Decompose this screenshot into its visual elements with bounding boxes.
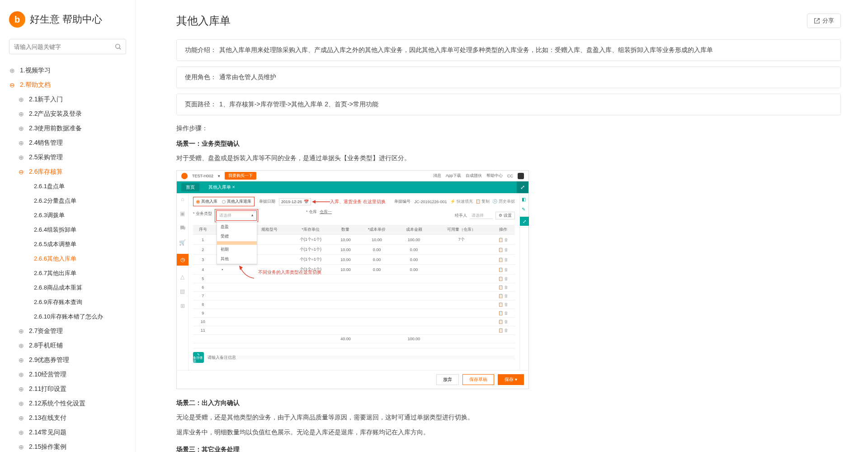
role-label: 使用角色： bbox=[185, 73, 217, 81]
plus-circle-icon: ⊕ bbox=[18, 125, 24, 132]
nav-item-label: 2.3使用前数据准备 bbox=[29, 124, 82, 133]
nav-item-label: 2.帮助文档 bbox=[20, 81, 51, 89]
plus-circle-icon: ⊕ bbox=[18, 400, 24, 407]
nav-item[interactable]: 2.6.1盘点单 bbox=[9, 179, 126, 194]
emb-draft-button: 保存草稿 bbox=[462, 374, 494, 385]
role-text: 通常由仓管人员维护 bbox=[219, 73, 276, 81]
nav-item-label: 2.12系统个性化设置 bbox=[29, 400, 85, 408]
nav-item[interactable]: 2.6.6其他入库单 bbox=[9, 252, 126, 266]
nav-item-label: 2.11打印设置 bbox=[29, 385, 66, 393]
emb-discard-button: 放弃 bbox=[436, 374, 459, 385]
scene3-title: 场景三：其它业务处理 bbox=[176, 446, 841, 452]
nav-item-label: 2.7资金管理 bbox=[29, 327, 63, 335]
nav-item[interactable]: 2.6.5成本调整单 bbox=[9, 237, 126, 252]
share-label: 分享 bbox=[822, 17, 834, 25]
emb-save-button: 保存 ▾ bbox=[498, 374, 524, 385]
plus-circle-icon: ⊕ bbox=[9, 67, 15, 74]
nav-item[interactable]: ⊕2.2产品安装及登录 bbox=[9, 107, 126, 121]
share-button[interactable]: 分享 bbox=[807, 14, 841, 28]
embedded-screenshot: TEST-H002 ▾ 我要购买一下 消息App下载自成团伙帮助中心CC 首页 … bbox=[176, 170, 529, 389]
emb-actions: 放弃 保存草稿 保存 ▾ bbox=[177, 370, 528, 389]
minus-circle-icon: ⊖ bbox=[9, 82, 15, 88]
nav-item[interactable]: ⊕2.10经营管理 bbox=[9, 367, 126, 382]
cart-icon: 🛒 bbox=[179, 239, 186, 246]
nav-item[interactable]: ⊖2.帮助文档 bbox=[9, 78, 126, 92]
emb-content: 其他入库 其他入库退库 单据日期 2019-12-26 📅 入库、退货业务 在这… bbox=[189, 193, 519, 370]
nav-item[interactable]: ⊕2.1新手入门 bbox=[9, 92, 126, 107]
nav-tree: ⊕1.视频学习⊖2.帮助文档⊕2.1新手入门⊕2.2产品安装及登录⊕2.3使用前… bbox=[9, 63, 126, 452]
home-icon: ⌂ bbox=[179, 196, 186, 202]
plus-circle-icon: ⊕ bbox=[18, 371, 24, 378]
role-box: 使用角色：通常由仓管人员维护 bbox=[176, 67, 841, 88]
nav-item[interactable]: ⊕2.8手机旺铺 bbox=[9, 338, 126, 353]
nav-item[interactable]: 2.6.9库存账本查询 bbox=[9, 295, 126, 309]
nav-item[interactable]: ⊕2.9优惠券管理 bbox=[9, 353, 126, 367]
box-icon: ▣ bbox=[179, 210, 186, 217]
emb-annotation-2: 不同业务的入库类型在这里切换 bbox=[238, 266, 321, 279]
tool-icon-1: ◧ bbox=[522, 197, 527, 202]
nav-item[interactable]: ⊕2.3使用前数据准备 bbox=[9, 121, 126, 136]
table-row: 8📋 🗑 bbox=[193, 300, 515, 309]
scene2-title: 场景二：出入方向确认 bbox=[176, 399, 841, 407]
lock-icon: △ bbox=[179, 274, 186, 280]
nav-item[interactable]: 2.6.2分量盘点单 bbox=[9, 194, 126, 208]
nav-item-label: 2.6.7其他出库单 bbox=[34, 269, 76, 277]
scene2-text1: 无论是受赠，还是其他类型的业务，由于入库商品质量等原因，需要退回，这时可通过单据… bbox=[176, 412, 841, 423]
nav-item[interactable]: 2.6.3调拨单 bbox=[9, 208, 126, 223]
nav-item[interactable]: ⊕2.14常见问题 bbox=[9, 425, 126, 440]
emb-tab-home: 首页 bbox=[181, 183, 199, 191]
nav-item[interactable]: 2.6.7其他出库单 bbox=[9, 266, 126, 281]
table-row: 11📋 🗑 bbox=[193, 326, 515, 335]
nav-item[interactable]: ⊕2.12系统个性化设置 bbox=[9, 396, 126, 411]
emb-tab-doc: 其他入库单 × bbox=[204, 183, 240, 191]
plus-circle-icon: ⊕ bbox=[18, 96, 24, 103]
nav-item-label: 2.6.10库存账本错了怎么办 bbox=[34, 313, 103, 321]
svg-marker-3 bbox=[312, 200, 316, 204]
nav-item[interactable]: ⊕2.15操作案例 bbox=[9, 440, 126, 452]
search-icon bbox=[114, 43, 122, 50]
nav-item-label: 2.6.8商品成本重算 bbox=[34, 284, 82, 292]
nav-item[interactable]: 2.6.4组装拆卸单 bbox=[9, 223, 126, 237]
nav-item-label: 2.6.6其他入库单 bbox=[34, 255, 76, 263]
nav-item-label: 2.6.9库存账本查询 bbox=[34, 298, 82, 306]
nav-item[interactable]: ⊕2.4销售管理 bbox=[9, 136, 126, 150]
nav-item[interactable]: ⊕2.11打印设置 bbox=[9, 382, 126, 396]
plus-circle-icon: ⊕ bbox=[18, 140, 24, 146]
nav-item[interactable]: ⊕2.7资金管理 bbox=[9, 324, 126, 338]
emb-close-icon: ⤢ bbox=[517, 181, 528, 193]
chart-icon: ▤ bbox=[179, 288, 186, 295]
plus-circle-icon: ⊕ bbox=[18, 328, 24, 334]
steps-label: 操作步骤： bbox=[176, 124, 841, 133]
path-label: 页面路径： bbox=[185, 100, 217, 108]
arrow-left-icon bbox=[312, 199, 330, 205]
nav-item[interactable]: ⊕2.5采购管理 bbox=[9, 150, 126, 165]
emb-test-label: TEST-H002 bbox=[192, 174, 213, 178]
emb-remark-row: ✎备注信息 bbox=[193, 348, 515, 366]
plus-circle-icon: ⊕ bbox=[18, 429, 24, 436]
nav-item-label: 2.6.5成本调整单 bbox=[34, 240, 76, 248]
nav-item-label: 2.9优惠券管理 bbox=[29, 356, 69, 364]
nav-item-label: 2.6库存核算 bbox=[29, 168, 63, 176]
nav-item[interactable]: ⊕2.13在线支付 bbox=[9, 411, 126, 425]
avatar-icon bbox=[518, 173, 524, 179]
emb-tabs: 首页 其他入库单 × ⤢ bbox=[177, 181, 528, 193]
nav-item[interactable]: ⊖2.6库存核算 bbox=[9, 165, 126, 179]
table-row: 9📋 🗑 bbox=[193, 309, 515, 318]
intro-box: 功能介绍：其他入库单用来处理除采购入库、产成品入库之外的其他入库业务，因此其他入… bbox=[176, 39, 841, 61]
page-header: 其他入库单 分享 bbox=[176, 14, 841, 28]
nav-item[interactable]: 2.6.10库存账本错了怎么办 bbox=[9, 309, 126, 324]
svg-marker-4 bbox=[239, 266, 243, 270]
emb-upgrade-btn: 我要购买一下 bbox=[225, 172, 256, 180]
search-input[interactable] bbox=[9, 39, 126, 54]
emb-remark-input bbox=[208, 355, 515, 360]
nav-item[interactable]: ⊕1.视频学习 bbox=[9, 63, 126, 78]
page-title: 其他入库单 bbox=[176, 14, 231, 28]
scene1-title: 场景一：业务类型确认 bbox=[176, 140, 841, 148]
emb-rightbar: ◧ ✎ ⤢ bbox=[519, 193, 528, 370]
emb-biztype-select: 请选择 ▴ 盘盈受赠初期其他 bbox=[216, 210, 257, 221]
minus-circle-icon: ⊖ bbox=[18, 169, 24, 175]
svg-point-0 bbox=[116, 44, 120, 48]
tool-icon-3: ⤢ bbox=[520, 217, 529, 226]
nav-item-label: 2.14常见问题 bbox=[29, 428, 66, 437]
nav-item[interactable]: 2.6.8商品成本重算 bbox=[9, 281, 126, 295]
